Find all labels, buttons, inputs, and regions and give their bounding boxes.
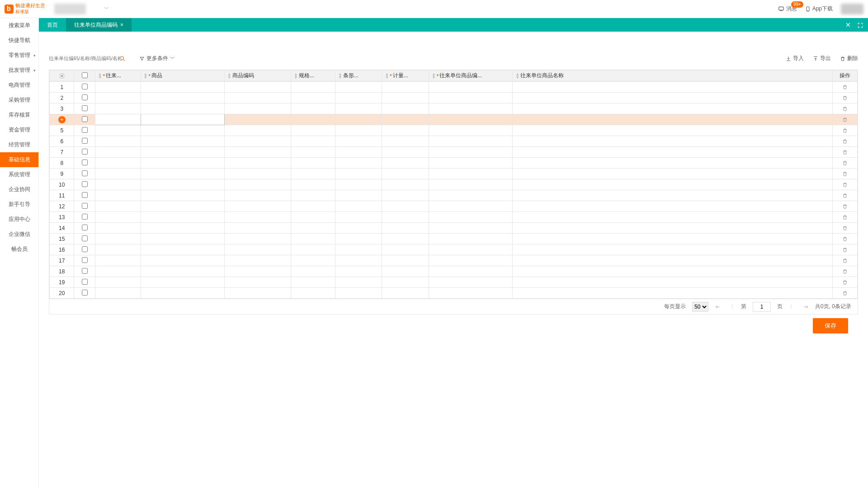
table-row[interactable]: 2 — [50, 93, 858, 103]
sidebar-item-3[interactable]: 批发管理▾ — [0, 63, 38, 78]
cell-partner[interactable] — [95, 179, 141, 190]
table-row[interactable]: 10 — [50, 179, 858, 190]
cell-partner_name[interactable] — [513, 103, 833, 114]
cell-barcode[interactable] — [335, 169, 382, 179]
sidebar-item-5[interactable]: 采购管理 — [0, 93, 38, 108]
cell-barcode[interactable] — [335, 136, 382, 147]
trash-icon[interactable] — [842, 268, 848, 275]
cell-barcode[interactable] — [335, 288, 382, 299]
cell-partner_code[interactable] — [429, 136, 512, 147]
trash-icon[interactable] — [842, 84, 848, 90]
cell-uom[interactable] — [382, 179, 429, 190]
cell-partner_code[interactable] — [429, 82, 512, 93]
cell-uom[interactable] — [382, 125, 429, 136]
column-settings[interactable] — [50, 70, 74, 81]
cell-barcode[interactable] — [335, 125, 382, 136]
table-row[interactable]: 12 — [50, 201, 858, 212]
column-header-partner[interactable]: ▲▼•往来... — [95, 70, 141, 81]
cell-barcode[interactable] — [335, 93, 382, 103]
cell-uom[interactable] — [382, 212, 429, 223]
add-row-icon[interactable]: + — [58, 116, 66, 123]
column-header-product_code[interactable]: ▲▼商品编码 — [224, 70, 291, 81]
row-checkbox[interactable] — [82, 192, 88, 198]
cell-partner_code[interactable] — [429, 103, 512, 114]
cell-uom[interactable] — [382, 190, 429, 201]
cell-product[interactable] — [141, 114, 224, 125]
cell-spec[interactable] — [291, 212, 335, 223]
cell-partner_code[interactable] — [429, 277, 512, 288]
trash-icon[interactable] — [842, 192, 848, 199]
cell-uom[interactable] — [382, 158, 429, 169]
cell-uom[interactable] — [382, 201, 429, 212]
sidebar-item-6[interactable]: 库存核算 — [0, 108, 38, 122]
table-row[interactable]: 13 — [50, 212, 858, 223]
sidebar-item-8[interactable]: 经营管理 — [0, 137, 38, 152]
table-row[interactable]: 9 — [50, 169, 858, 179]
cell-spec[interactable] — [291, 223, 335, 234]
trash-icon[interactable] — [842, 106, 848, 112]
cell-spec[interactable] — [291, 266, 335, 277]
cell-uom[interactable] — [382, 277, 429, 288]
cell-barcode[interactable] — [335, 82, 382, 93]
cell-partner_code[interactable] — [429, 158, 512, 169]
cell-barcode[interactable] — [335, 277, 382, 288]
page-prev-icon[interactable]: 〈 — [727, 303, 735, 310]
cell-partner_code[interactable] — [429, 244, 512, 255]
cell-uom[interactable] — [382, 223, 429, 234]
trash-icon[interactable] — [842, 160, 848, 166]
cell-barcode[interactable] — [335, 212, 382, 223]
delete-button[interactable]: 删除 — [840, 55, 858, 62]
sidebar-item-4[interactable]: 电商管理 — [0, 78, 38, 93]
row-checkbox[interactable] — [82, 105, 88, 111]
sidebar-item-0[interactable]: 搜索菜单 — [0, 18, 38, 33]
cell-product_code[interactable] — [224, 125, 291, 136]
cell-partner_name[interactable] — [513, 125, 833, 136]
cell-barcode[interactable] — [335, 266, 382, 277]
table-row[interactable]: 8 — [50, 158, 858, 169]
cell-partner[interactable] — [95, 212, 141, 223]
export-button[interactable]: 导出 — [813, 55, 831, 62]
tab-current[interactable]: 往来单位商品编码 × — [66, 18, 132, 32]
cell-product[interactable] — [141, 223, 224, 234]
cell-spec[interactable] — [291, 169, 335, 179]
cell-spec[interactable] — [291, 244, 335, 255]
cell-spec[interactable] — [291, 255, 335, 266]
cell-partner[interactable] — [95, 223, 141, 234]
cell-product_code[interactable] — [224, 277, 291, 288]
cell-partner[interactable] — [95, 244, 141, 255]
cell-product[interactable] — [141, 212, 224, 223]
cell-partner_code[interactable] — [429, 212, 512, 223]
cell-barcode[interactable] — [335, 234, 382, 244]
org-dropdown-caret[interactable]: ﹀ — [104, 5, 109, 13]
cell-barcode[interactable] — [335, 244, 382, 255]
cell-partner[interactable] — [95, 234, 141, 244]
cell-uom[interactable] — [382, 136, 429, 147]
cell-uom[interactable] — [382, 82, 429, 93]
tab-close-all-icon[interactable]: ✕ — [845, 21, 851, 28]
column-header-product[interactable]: ▲▼•商品 — [141, 70, 224, 81]
row-checkbox[interactable] — [82, 84, 88, 89]
cell-uom[interactable] — [382, 288, 429, 299]
cell-partner_name[interactable] — [513, 82, 833, 93]
cell-partner_code[interactable] — [429, 201, 512, 212]
sidebar-item-10[interactable]: 系统管理 — [0, 167, 38, 182]
trash-icon[interactable] — [842, 138, 848, 145]
cell-product[interactable] — [141, 266, 224, 277]
select-all-header[interactable] — [74, 70, 95, 81]
cell-product[interactable] — [141, 190, 224, 201]
cell-product[interactable] — [141, 169, 224, 179]
cell-uom[interactable] — [382, 255, 429, 266]
cell-partner[interactable] — [95, 125, 141, 136]
more-conditions-button[interactable]: 更多条件 ﹀ — [139, 55, 175, 62]
cell-partner_code[interactable] — [429, 169, 512, 179]
cell-partner_name[interactable] — [513, 223, 833, 234]
cell-barcode[interactable] — [335, 103, 382, 114]
close-icon[interactable]: × — [120, 22, 123, 28]
cell-spec[interactable] — [291, 277, 335, 288]
row-checkbox[interactable] — [82, 138, 88, 144]
cell-product_code[interactable] — [224, 93, 291, 103]
cell-product[interactable] — [141, 288, 224, 299]
cell-product_code[interactable] — [224, 244, 291, 255]
user-avatar-blurred[interactable] — [841, 4, 863, 14]
sidebar-item-13[interactable]: 应用中心 — [0, 212, 38, 227]
